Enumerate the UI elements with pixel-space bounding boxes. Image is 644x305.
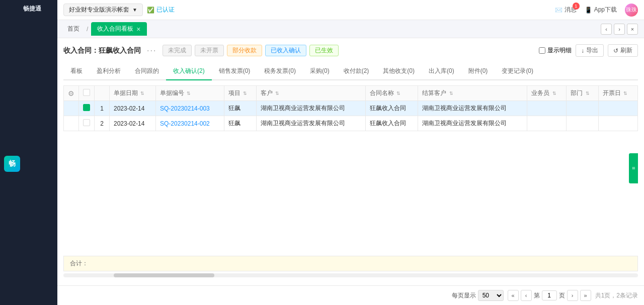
close-tab-button[interactable]: ×: [136, 25, 140, 33]
tab-other-income[interactable]: 其他收支(0): [376, 63, 422, 80]
row2-open-date: [599, 116, 638, 131]
refresh-icon: ↺: [613, 47, 618, 54]
status-incomplete[interactable]: 未完成: [163, 45, 192, 56]
home-tab[interactable]: 首页: [63, 23, 84, 35]
row1-date: 2023-02-14: [110, 101, 156, 116]
active-tab[interactable]: 收入合同看板 ×: [91, 22, 146, 36]
dept-col-header[interactable]: 部门 ⇅: [567, 86, 599, 101]
contract-title: 收入合同：狂飙收入合同: [63, 46, 141, 55]
tab-warehouse[interactable]: 出入库(0): [422, 63, 461, 80]
first-page-button[interactable]: «: [508, 290, 519, 301]
settings-col-header: ⚙: [64, 86, 79, 101]
table-container: ⚙ 单据日期 ⇅ 单据编号 ⇅: [63, 85, 638, 255]
row2-order-link[interactable]: SQ-20230214-002: [160, 120, 210, 127]
row1-project: 狂飙: [224, 101, 256, 116]
table-row[interactable]: 2 2023-02-14 SQ-20230214-002 狂飙 湖南卫视商业运营…: [64, 116, 638, 131]
row2-checkbox-input[interactable]: [83, 119, 90, 126]
date-col-header[interactable]: 单据日期 ⇅: [110, 86, 156, 101]
app-download-button[interactable]: 📱 App下载: [585, 6, 617, 14]
prev-page-button[interactable]: ‹: [521, 290, 532, 301]
table-footer: 合计：: [63, 256, 638, 271]
row1-contract-name: 狂飙收入合同: [365, 101, 418, 116]
refresh-button[interactable]: ↺ 刷新: [608, 44, 638, 57]
main-content: 好业财专业版演示帐套 ▼ ✅ 已认证 ✉️ 消息 1 📱 App下载 珠珠: [57, 0, 644, 305]
data-table: ⚙ 单据日期 ⇅ 单据编号 ⇅: [63, 85, 638, 131]
row1-open-date: [599, 101, 638, 116]
tab-contract-tracking[interactable]: 合同跟的: [128, 63, 166, 80]
show-detail-checkbox[interactable]: 显示明细: [539, 44, 572, 57]
contract-name-col-header[interactable]: 合同名称 ⇅: [365, 86, 418, 101]
logo-icon: 畅: [4, 156, 20, 172]
settings-gear-icon[interactable]: ⚙: [68, 89, 74, 97]
page-navigation: « ‹ 第 页 › »: [508, 290, 591, 301]
tab-income-confirm[interactable]: 收入确认(2): [166, 63, 212, 80]
end-customer-col-header[interactable]: 结算客户 ⇅: [418, 86, 527, 101]
export-button[interactable]: ↓ 导出: [576, 44, 604, 57]
detail-checkbox-input[interactable]: [539, 47, 545, 54]
row1-checkbox-input[interactable]: [83, 104, 90, 111]
tab-prev-button[interactable]: ‹: [601, 24, 612, 35]
tab-kanban[interactable]: 看板: [63, 63, 90, 80]
table-row[interactable]: 1 2023-02-14 SQ-20230214-003 狂飙 湖南卫视商业运营…: [64, 101, 638, 116]
company-selector[interactable]: 好业财专业版演示帐套 ▼: [63, 4, 143, 16]
page-number-input[interactable]: [542, 290, 557, 300]
open-date-col-header[interactable]: 开票日 ⇅: [599, 86, 638, 101]
order-no-col-header[interactable]: 单据编号 ⇅: [156, 86, 224, 101]
tab-next-button[interactable]: ›: [614, 24, 625, 35]
topbar: 好业财专业版演示帐套 ▼ ✅ 已认证 ✉️ 消息 1 📱 App下载 珠珠: [57, 0, 644, 20]
sales-col-header[interactable]: 业务员 ⇅: [527, 86, 567, 101]
chevron-down-icon: ▼: [132, 7, 137, 13]
export-icon: ↓: [581, 47, 584, 54]
page-info: 共1页，2条记录: [595, 291, 638, 300]
tab-close-button[interactable]: ×: [627, 24, 638, 35]
row1-end-customer: 湖南卫视商业运营发展有限公司: [418, 101, 527, 116]
row2-contract-name: 狂飙收入合同: [365, 116, 418, 131]
row2-customer: 湖南卫视商业运营发展有限公司: [256, 116, 365, 131]
tab-tax-invoice[interactable]: 税务发票(0): [257, 63, 303, 80]
checkbox-col-header: [79, 86, 95, 101]
status-uninvoiced[interactable]: 未开票: [195, 45, 224, 56]
app-logo: 畅 畅捷通 好业财 专业版: [0, 0, 57, 305]
avatar: 珠珠: [625, 4, 638, 17]
user-avatar[interactable]: 珠珠: [625, 4, 638, 17]
tab-sales-invoice[interactable]: 销售发票(0): [212, 63, 258, 80]
last-page-icon: »: [584, 292, 587, 298]
order-no-sort-icon: ⇅: [187, 91, 191, 96]
status-effective[interactable]: 已生效: [309, 45, 339, 56]
tab-change-log[interactable]: 变更记录(0): [495, 63, 540, 80]
row1-checkbox[interactable]: [79, 101, 95, 116]
sub-tabs: 看板 盈利分析 合同跟的 收入确认(2) 销售发票(0) 税务发票(0) 采购(…: [63, 63, 638, 80]
tab-payment[interactable]: 收付款(2): [337, 63, 376, 80]
right-panel-toggle[interactable]: ≡: [629, 153, 638, 183]
customer-col-header[interactable]: 客户 ⇅: [256, 86, 365, 101]
status-confirmed[interactable]: 已收入确认: [265, 45, 306, 56]
more-options-button[interactable]: ···: [147, 46, 156, 55]
row1-sales: [527, 101, 567, 116]
row1-order-link[interactable]: SQ-20230214-003: [160, 105, 210, 112]
status-partial[interactable]: 部分收款: [227, 45, 262, 56]
row2-seq: 2: [95, 116, 110, 131]
breadcrumb-separator: /: [87, 26, 88, 33]
topbar-right: ✉️ 消息 1 📱 App下载 珠珠: [555, 4, 638, 17]
tab-attachment[interactable]: 附件(0): [461, 63, 495, 80]
project-col-header[interactable]: 项目 ⇅: [224, 86, 256, 101]
row1-settings: [64, 101, 79, 116]
seq-col-header: [95, 86, 110, 101]
next-page-button[interactable]: ›: [567, 290, 578, 301]
row2-checkbox[interactable]: [79, 116, 95, 131]
pagination: 每页显示 50 20 100 « ‹ 第 页 › » 共1页，2条记录: [57, 285, 644, 305]
tab-purchase[interactable]: 采购(0): [303, 63, 337, 80]
check-circle-icon: ✅: [147, 7, 154, 14]
last-page-button[interactable]: »: [580, 290, 591, 301]
select-all-checkbox[interactable]: [83, 89, 90, 96]
scrollbar-thumb[interactable]: [114, 273, 214, 277]
end-customer-sort-icon: ⇅: [449, 91, 453, 96]
row2-project: 狂飙: [224, 116, 256, 131]
per-page-select[interactable]: 50 20 100: [478, 290, 504, 301]
horizontal-scrollbar[interactable]: [63, 273, 638, 277]
open-date-sort-icon: ⇅: [623, 91, 627, 96]
row2-dept: [567, 116, 599, 131]
tab-profit[interactable]: 盈利分析: [90, 63, 128, 80]
message-button[interactable]: ✉️ 消息 1: [555, 6, 577, 14]
table-header-row: ⚙ 单据日期 ⇅ 单据编号 ⇅: [64, 86, 638, 101]
